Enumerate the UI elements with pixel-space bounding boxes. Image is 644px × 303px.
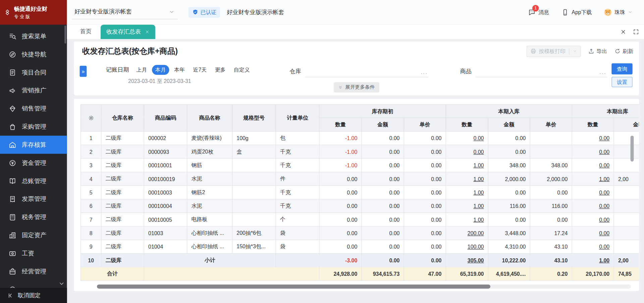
drill-link-cell[interactable]: 1.00 [446, 172, 488, 185]
unpin-button[interactable]: 取消固定 [0, 288, 67, 303]
sidebar-item-invoice[interactable]: 发票管理 [0, 190, 67, 208]
table-row[interactable]: 2二级库0000093鸡蛋20枚盒千克-1.000.000.000.000.00… [81, 145, 639, 158]
sidebar-item-funds[interactable]: 资金管理 [0, 154, 67, 172]
column-subheader[interactable]: 金额 [488, 118, 530, 131]
vertical-scrollbar[interactable] [631, 136, 634, 162]
account-select[interactable]: 好业财专业版演示帐套 [72, 5, 178, 19]
date-option[interactable]: 本月 [152, 65, 169, 75]
drill-link-cell[interactable]: 0.00 [572, 213, 614, 226]
table-row[interactable]: 8二级库01003心相印抽纸 ...200抽*6包袋0.000.000.0020… [81, 226, 639, 240]
drill-link-cell[interactable]: 1.00 [572, 172, 614, 185]
date-option[interactable]: 本年 [171, 65, 188, 75]
horizontal-scrollbar[interactable] [97, 285, 631, 289]
drill-link-cell[interactable]: 0.00 [572, 199, 614, 213]
sidebar-item-purchase[interactable]: 采购管理 [0, 118, 67, 136]
table-row[interactable]: 1二级库000002麦烧(香辣味)100g包-1.000.000.000.000… [81, 131, 639, 145]
print-by-template-button[interactable]: 按模板打印 [527, 45, 581, 57]
sidebar-item-marketing[interactable]: 营销推广 [0, 81, 67, 99]
table-row[interactable]: 3二级库00010001钢筋千克-1.000.000.001.00348.003… [81, 159, 639, 172]
sidebar-item-quick-nav[interactable]: 快捷导航 [0, 45, 67, 63]
value-cell: 0.20 [530, 267, 572, 280]
horizontal-scrollbar-thumb[interactable] [97, 285, 490, 289]
sidebar-item-label: 快捷导航 [22, 50, 46, 58]
column-subheader[interactable]: 金额 [614, 118, 639, 131]
column-settings-button[interactable] [81, 104, 101, 131]
column-header[interactable]: 规格型号 [232, 104, 276, 131]
date-option[interactable]: 自定义 [230, 65, 253, 75]
column-subheader[interactable]: 数量 [572, 118, 614, 131]
sidebar-item-partial-item[interactable] [0, 280, 67, 288]
fullscreen-icon[interactable] [633, 29, 639, 35]
tab-home[interactable]: 首页 [80, 28, 95, 39]
product-picker-icon[interactable]: ··· [599, 70, 606, 76]
expand-more-button[interactable]: 展开更多条件 [334, 82, 379, 93]
tab-close-icon[interactable] [145, 30, 149, 34]
date-option[interactable]: 上月 [133, 65, 150, 75]
drill-link-cell[interactable]: 0.00 [572, 159, 614, 172]
text-cell: 袋 [276, 240, 319, 253]
column-subheader[interactable]: 数量 [319, 118, 362, 131]
drill-link-cell[interactable]: 0.00 [572, 226, 614, 240]
drill-link-cell[interactable]: 1.00 [446, 186, 488, 199]
tab-active[interactable]: 收发存汇总表 [101, 25, 155, 39]
drill-link-cell[interactable]: 0.00 [572, 186, 614, 199]
topbar-right: 1 消息 App下载 珠珠 [528, 8, 633, 16]
table-row[interactable]: 6二级库00010004水泥千克0.000.000.001.00116.0011… [81, 199, 639, 213]
export-button[interactable]: 导出 [588, 47, 607, 55]
drill-link-cell[interactable]: 0.00 [446, 145, 488, 158]
table-row[interactable]: 5二级库00010003钢筋2千克0.000.000.001.000.000.0… [81, 186, 639, 199]
sidebar-item-inventory-accounting[interactable]: 库存核算 [0, 136, 67, 154]
expand-more-label: 展开更多条件 [345, 84, 375, 91]
settings-button[interactable]: 设置 [611, 77, 632, 87]
drill-link-cell[interactable]: 305.00 [446, 254, 488, 267]
column-header[interactable]: 商品名称 [187, 104, 232, 131]
drill-link-cell[interactable]: 1.00 [572, 254, 614, 267]
value-cell: 0.00 [362, 240, 404, 253]
drill-link-cell[interactable]: 1.00 [446, 213, 488, 226]
app-download-button[interactable]: App下载 [561, 8, 592, 16]
sidebar-item-payroll[interactable]: 工资 [0, 244, 67, 262]
drill-link-cell[interactable]: 0.00 [572, 131, 614, 145]
table-row[interactable]: 4二级库000100019水泥件0.000.000.001.002,000.00… [81, 172, 639, 185]
messages-button[interactable]: 1 消息 [528, 8, 549, 16]
sidebar-more-chevron-icon[interactable] [58, 280, 65, 287]
warehouse-picker-icon[interactable]: ··· [421, 70, 428, 76]
drill-link-cell[interactable]: 1.00 [446, 159, 488, 172]
drill-link-cell[interactable]: 0.00 [572, 240, 614, 253]
date-option[interactable]: 近7天 [190, 65, 210, 75]
drill-link-cell[interactable]: 1.00 [446, 199, 488, 213]
sidebar-item-search-menu[interactable]: 搜索菜单 [0, 27, 67, 45]
warehouse-input[interactable]: ··· [305, 67, 428, 77]
sidebar-item-business-mgmt[interactable]: 经营管理 [0, 262, 67, 280]
sidebar-item-general-ledger[interactable]: 总账管理 [0, 172, 67, 190]
drill-link-cell[interactable]: 200.00 [446, 226, 488, 240]
column-subheader[interactable]: 单价 [530, 118, 572, 131]
column-subheader[interactable]: 金额 [362, 118, 404, 131]
value-cell: 3,448.00 [488, 226, 530, 240]
column-subheader[interactable]: 单价 [404, 118, 446, 131]
collapse-filter-button[interactable]: » [80, 66, 87, 77]
user-menu[interactable]: 珠珠 [604, 8, 632, 16]
sidebar-item-sales[interactable]: 销售管理 [0, 99, 67, 118]
product-input[interactable]: ··· [476, 67, 607, 77]
sidebar-item-tax[interactable]: 税务管理 [0, 208, 67, 226]
drill-link-cell[interactable]: 0.00 [446, 131, 488, 145]
text-cell [232, 172, 276, 185]
refresh-button[interactable]: 刷新 [614, 47, 633, 55]
column-header[interactable]: 仓库名称 [101, 104, 144, 131]
drill-link-cell[interactable]: 0.00 [572, 145, 614, 158]
drill-link-cell[interactable]: 100.00 [446, 240, 488, 253]
query-button[interactable]: 查询 [611, 63, 632, 74]
money-card-icon [9, 249, 16, 257]
sidebar-item-fixed-assets[interactable]: 固定资产 [0, 226, 67, 244]
column-header[interactable]: 计量单位 [276, 104, 319, 131]
column-subheader[interactable]: 数量 [446, 118, 488, 131]
sidebar-item-project-contract[interactable]: 项目合同 [0, 63, 67, 81]
sidebar-scrollbar[interactable] [64, 26, 66, 44]
table-row[interactable]: 7二级库00010005电路板个0.000.000.001.000.000.00… [81, 213, 639, 226]
date-option[interactable]: 更多 [212, 65, 229, 75]
column-header[interactable]: 商品编码 [144, 104, 187, 131]
table-row[interactable]: 9二级库01004心相印抽纸 ...150抽*3包...袋0.000.000.0… [81, 240, 639, 253]
chevron-down-icon[interactable] [573, 49, 577, 53]
close-icon[interactable] [620, 29, 626, 35]
